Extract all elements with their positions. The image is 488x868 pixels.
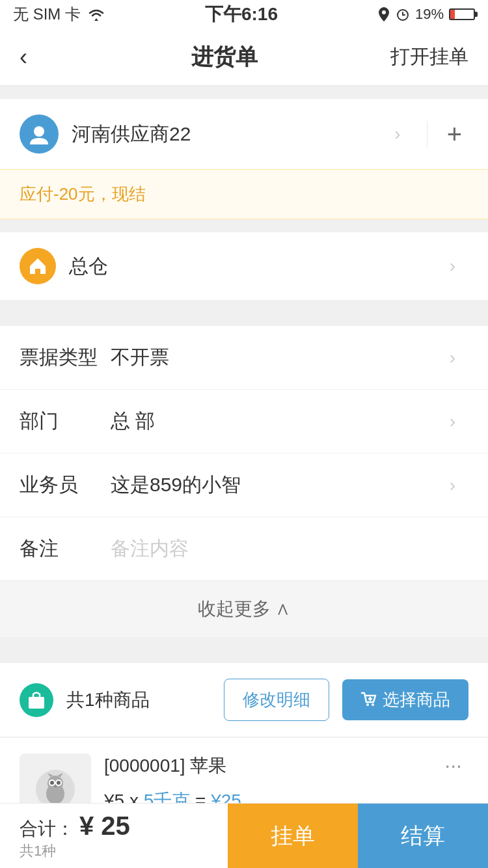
warehouse-row[interactable]: 总仓 › xyxy=(0,232,488,300)
invoice-value: 不开票 xyxy=(111,344,450,371)
svg-point-4 xyxy=(34,126,44,137)
bag-icon xyxy=(27,690,46,710)
product-count-text: 共1种商品 xyxy=(66,688,211,712)
product-more-button[interactable]: ··· xyxy=(438,753,468,778)
hang-button[interactable]: 挂单 xyxy=(228,804,358,868)
vertical-divider xyxy=(427,121,427,147)
open-hang-button[interactable]: 打开挂单 xyxy=(390,44,468,70)
supplier-name: 河南供应商22 xyxy=(72,121,394,148)
supplier-row[interactable]: 河南供应商22 › + xyxy=(0,99,488,169)
nav-bar: ‹ 进货单 打开挂单 xyxy=(0,29,488,86)
battery-percent: 19% xyxy=(415,6,444,23)
svg-point-16 xyxy=(50,781,54,785)
sales-row[interactable]: 业务员 这是859的小智 › xyxy=(0,454,488,517)
user-icon xyxy=(27,122,51,146)
status-time: 下午6:16 xyxy=(205,2,278,27)
wifi-icon xyxy=(87,8,105,21)
collapse-button[interactable]: 收起更多 ∧ xyxy=(0,580,488,637)
form-section: 票据类型 不开票 › 部门 总 部 › 业务员 这是859的小智 › 备注 备注… xyxy=(0,326,488,580)
settle-button[interactable]: 结算 xyxy=(358,804,488,868)
warehouse-chevron: › xyxy=(450,256,455,277)
bottom-total: 合计： ¥ 25 共1种 xyxy=(0,804,228,868)
cart-icon xyxy=(360,692,377,709)
select-product-button[interactable]: 选择商品 xyxy=(342,679,468,720)
sales-chevron: › xyxy=(450,475,455,496)
mid-divider xyxy=(0,300,488,313)
warning-text: 应付-20元，现结 xyxy=(20,184,146,204)
svg-point-17 xyxy=(57,781,61,785)
svg-point-7 xyxy=(366,703,369,706)
dept-value: 总 部 xyxy=(111,408,450,435)
product-count-icon xyxy=(20,683,53,717)
product-name: [0000001] 苹果 xyxy=(104,753,425,778)
warehouse-icon xyxy=(20,248,56,284)
page-title: 进货单 xyxy=(191,42,258,72)
sales-value: 这是859的小智 xyxy=(111,472,450,498)
supplier-avatar xyxy=(20,115,59,154)
invoice-row[interactable]: 票据类型 不开票 › xyxy=(0,326,488,390)
status-left: 无 SIM 卡 xyxy=(13,4,105,25)
warning-banner: 应付-20元，现结 xyxy=(0,169,488,219)
total-amount: ¥ 25 xyxy=(79,811,130,841)
bottom-bar: 合计： ¥ 25 共1种 挂单 结算 xyxy=(0,803,488,868)
supplier-chevron: › xyxy=(394,124,400,144)
svg-point-0 xyxy=(382,10,386,14)
alarm-icon xyxy=(396,7,410,21)
sales-label: 业务员 xyxy=(20,472,111,498)
remark-row[interactable]: 备注 备注内容 xyxy=(0,517,488,580)
invoice-chevron: › xyxy=(450,347,455,368)
add-supplier-button[interactable]: + xyxy=(441,120,468,149)
home-icon xyxy=(27,256,48,277)
svg-point-8 xyxy=(372,703,374,706)
warehouse-name: 总仓 xyxy=(69,253,450,280)
product-header: 共1种商品 修改明细 选择商品 xyxy=(0,663,488,737)
total-label: 合计： ¥ 25 xyxy=(20,811,208,841)
top-divider xyxy=(0,86,488,99)
svg-rect-5 xyxy=(35,269,40,274)
dept-label: 部门 xyxy=(20,408,111,435)
dept-chevron: › xyxy=(450,411,455,432)
status-bar: 无 SIM 卡 下午6:16 19% xyxy=(0,0,488,29)
back-button[interactable]: ‹ xyxy=(20,44,59,71)
invoice-label: 票据类型 xyxy=(20,344,111,371)
product-divider xyxy=(0,637,488,650)
battery-icon xyxy=(449,8,475,20)
remark-label: 备注 xyxy=(20,536,111,562)
status-right: 19% xyxy=(377,6,475,23)
edit-detail-button[interactable]: 修改明细 xyxy=(224,679,329,721)
remark-input[interactable]: 备注内容 xyxy=(111,536,468,562)
total-sub: 共1种 xyxy=(20,841,208,861)
svg-rect-6 xyxy=(29,697,44,709)
total-label-text: 合计： xyxy=(20,817,74,841)
dept-row[interactable]: 部门 总 部 › xyxy=(0,390,488,454)
location-icon xyxy=(377,7,390,21)
select-product-label: 选择商品 xyxy=(383,688,450,711)
carrier-text: 无 SIM 卡 xyxy=(13,4,81,25)
